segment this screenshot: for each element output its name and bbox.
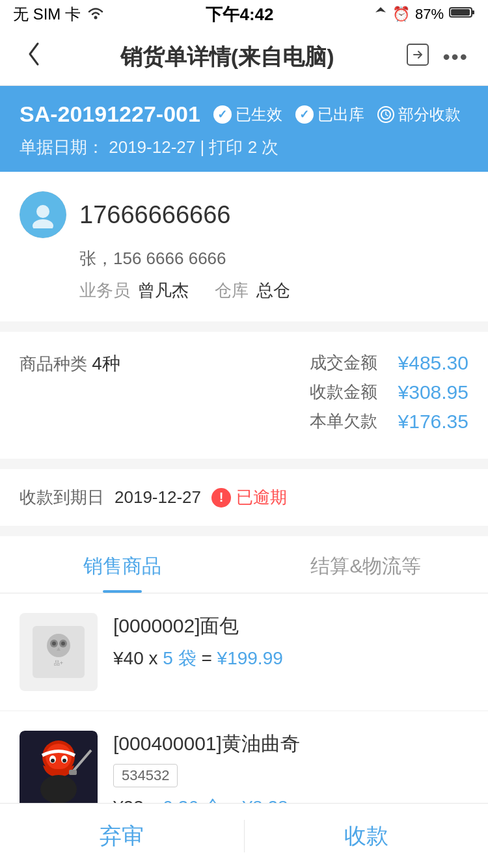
overdue-icon: ! <box>211 488 231 508</box>
warehouse-label: 仓库 <box>215 279 249 302</box>
svg-point-12 <box>52 642 56 645</box>
debt-value: ¥176.35 <box>390 411 468 433</box>
stats-right: 成交金额 ¥485.30 收款金额 ¥308.95 本单欠款 ¥176.35 <box>310 351 468 439</box>
order-header-top: SA-20191227-001 ✓ 已生效 ✓ 已出库 部分收款 <box>20 102 468 127</box>
bottom-bar: 弃审 收款 <box>0 803 488 868</box>
tab-products[interactable]: 销售商品 <box>0 536 244 593</box>
product-equals-1: = <box>201 648 217 668</box>
deal-value: ¥485.30 <box>390 352 468 374</box>
debt-row: 本单欠款 ¥176.35 <box>310 410 468 433</box>
due-date: 2019-12-27 <box>115 487 201 508</box>
warehouse-info: 仓库 总仓 <box>215 279 290 302</box>
product-qty-1: 5 <box>163 648 173 668</box>
overdue-badge: ! 已逾期 <box>211 486 287 509</box>
more-icon[interactable]: ••• <box>442 45 468 69</box>
order-date: 单据日期： 2019-12-27 | 打印 2 次 <box>20 136 468 159</box>
svg-point-6 <box>36 205 49 218</box>
badge-partial: 部分收款 <box>377 104 461 125</box>
share-icon[interactable] <box>406 43 429 71</box>
svg-point-18 <box>46 744 72 770</box>
svg-point-21 <box>51 759 55 763</box>
customer-section: 17666666666 张，156 6666 6666 业务员 曾凡杰 仓库 总… <box>0 172 488 321</box>
alarm-icon: ⏰ <box>392 6 410 23</box>
svg-point-13 <box>61 642 65 645</box>
sales-info: 业务员 曾凡杰 <box>79 279 189 302</box>
svg-text:品+: 品+ <box>54 660 63 666</box>
product-total-1: ¥199.99 <box>217 648 283 668</box>
status-bar: 无 SIM 卡 下午4:42 ⏰ 87% <box>0 0 488 29</box>
svg-point-9 <box>47 634 70 657</box>
tabs-header: 销售商品 结算&物流等 <box>0 536 488 593</box>
nav-actions: ••• <box>406 43 468 71</box>
status-left: 无 SIM 卡 <box>13 4 105 25</box>
svg-rect-25 <box>69 770 77 775</box>
product-thumb-2 <box>20 731 98 809</box>
order-id: SA-20191227-001 <box>20 102 200 127</box>
product-name-2: [000400001]黄油曲奇 <box>113 731 468 757</box>
check-icon-2: ✓ <box>295 105 314 124</box>
nav-bar: 销货单详情(来自电脑) ••• <box>0 29 488 86</box>
warehouse-value: 总仓 <box>256 279 290 302</box>
product-unit-price-1: ¥40 <box>113 648 144 668</box>
svg-rect-3 <box>451 9 470 16</box>
product-price-1: ¥40 x 5 袋 = ¥199.99 <box>113 646 468 671</box>
status-time: 下午4:42 <box>206 3 273 26</box>
badge-shipped: ✓ 已出库 <box>295 104 364 125</box>
clock-icon <box>377 106 394 123</box>
product-multiply-1: x <box>149 648 163 668</box>
due-section: 收款到期日 2019-12-27 ! 已逾期 <box>0 469 488 526</box>
type-label: 商品种类 <box>20 354 87 373</box>
customer-sub: 张，156 6666 6666 <box>20 247 468 270</box>
customer-info-row: 业务员 曾凡杰 仓库 总仓 <box>20 279 468 302</box>
check-icon-1: ✓ <box>213 105 232 124</box>
battery-icon <box>449 6 475 23</box>
product-sku-2: 534532 <box>113 764 178 787</box>
order-header: SA-20191227-001 ✓ 已生效 ✓ 已出库 部分收款 单据日期： 2… <box>0 86 488 172</box>
status-right: ⏰ 87% <box>374 6 475 23</box>
avatar-placeholder <box>20 191 66 238</box>
tab-settlement[interactable]: 结算&物流等 <box>244 536 488 593</box>
svg-point-22 <box>62 759 66 763</box>
stats-section: 商品种类 4种 成交金额 ¥485.30 收款金额 ¥308.95 本单欠款 ¥… <box>0 332 488 459</box>
badge-effective: ✓ 已生效 <box>213 104 282 125</box>
tabs-section: 销售商品 结算&物流等 <box>0 536 488 840</box>
avatar <box>20 191 66 238</box>
stats-left: 商品种类 4种 <box>20 351 120 376</box>
deal-row: 成交金额 ¥485.30 <box>310 351 468 374</box>
sim-status: 无 SIM 卡 <box>13 4 81 25</box>
page-title: 销货单详情(来自电脑) <box>48 42 406 72</box>
receipt-row: 收款金额 ¥308.95 <box>310 381 468 403</box>
product-info-1: [0000002]面包 ¥40 x 5 袋 = ¥199.99 <box>113 613 468 671</box>
abandon-button[interactable]: 弃审 <box>0 808 244 864</box>
sales-label: 业务员 <box>79 279 130 302</box>
deal-label: 成交金额 <box>310 351 377 374</box>
product-name-1: [0000002]面包 <box>113 613 468 640</box>
back-button[interactable] <box>20 34 48 79</box>
receipt-value: ¥308.95 <box>390 381 468 403</box>
product-thumb-1: 品+ <box>20 613 98 691</box>
overdue-text: 已逾期 <box>236 486 287 509</box>
collect-button[interactable]: 收款 <box>245 808 489 864</box>
svg-point-0 <box>94 16 98 20</box>
product-unit-1: 袋 <box>178 648 197 668</box>
battery-level: 87% <box>415 6 444 23</box>
receipt-label: 收款金额 <box>310 381 377 403</box>
svg-point-23 <box>40 775 77 804</box>
product-item: 品+ [0000002]面包 ¥40 x 5 袋 = ¥199.99 <box>0 593 488 711</box>
location-icon <box>374 6 387 23</box>
debt-label: 本单欠款 <box>310 410 377 433</box>
wifi-icon <box>86 5 105 23</box>
customer-row: 17666666666 <box>20 191 468 238</box>
type-count: 4种 <box>92 353 120 373</box>
sales-value: 曾凡杰 <box>138 279 189 302</box>
svg-point-7 <box>33 219 53 228</box>
svg-rect-2 <box>472 10 474 14</box>
customer-phone: 17666666666 <box>79 201 230 229</box>
due-label: 收款到期日 <box>20 486 104 509</box>
